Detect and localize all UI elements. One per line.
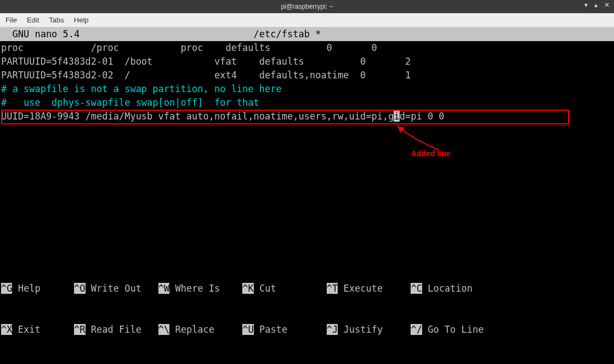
maximize-icon[interactable]: ▴ [593,1,599,9]
nano-version: GNU nano 5.4 [1,27,79,41]
shortcut-whereis: ^W Where Is [158,282,243,295]
fstab-comment-2: # use dphys-swapfile swap[on|off] for th… [0,96,614,110]
terminal[interactable]: GNU nano 5.4 /etc/fstab * proc /proc pro… [0,27,614,364]
close-icon[interactable]: ✕ [603,1,611,9]
window-titlebar: pi@raspberrypi: ~ ▾ ▴ ✕ [0,0,614,13]
shortcut-replace: ^\ Replace [158,323,243,337]
menubar: File Edit Tabs Help [0,13,614,27]
shortcut-readfile: ^R Read File [74,323,158,337]
window-title: pi@raspberrypi: ~ [281,3,333,10]
fstab-line-root: PARTUUID=5f4383d2-02 / ext4 defaults,noa… [0,69,614,82]
menu-file[interactable]: File [5,16,17,24]
menu-edit[interactable]: Edit [27,16,39,24]
shortcut-exit: ^X Exit [1,323,74,337]
fstab-comment-1: # a swapfile is not a swap partition, no… [0,82,614,96]
shortcut-location: ^C Location [411,282,473,295]
nano-header: GNU nano 5.4 /etc/fstab * [0,27,614,41]
shortcut-execute: ^T Execute [327,282,411,295]
fstab-line-boot: PARTUUID=5f4383d2-01 /boot vfat defaults… [0,55,614,69]
nano-footer: ^G Help ^O Write Out ^W Where Is ^K Cut … [0,254,614,364]
minimize-icon[interactable]: ▾ [583,1,589,9]
menu-tabs[interactable]: Tabs [49,16,64,24]
text-cursor: i [394,111,399,122]
window-controls: ▾ ▴ ✕ [583,1,611,9]
annotation-label: Added line [411,147,451,161]
menu-help[interactable]: Help [74,16,89,24]
shortcut-paste: ^U Paste [242,323,327,337]
shortcut-writeout: ^O Write Out [74,282,158,295]
shortcut-row-2: ^X Exit ^R Read File ^\ Replace ^U Paste… [1,323,613,337]
fstab-line-proc: proc /proc proc defaults 0 0 [0,41,614,55]
nano-filename: /etc/fstab * [254,27,321,41]
shortcut-help: ^G Help [1,282,74,295]
shortcut-gotoline: ^/ Go To Line [411,323,484,337]
shortcut-cut: ^K Cut [242,282,327,295]
shortcut-justify: ^J Justify [327,323,411,337]
fstab-added-line: UUID=18A9-9943 /media/Myusb vfat auto,no… [0,110,614,123]
shortcut-row-1: ^G Help ^O Write Out ^W Where Is ^K Cut … [1,282,613,295]
